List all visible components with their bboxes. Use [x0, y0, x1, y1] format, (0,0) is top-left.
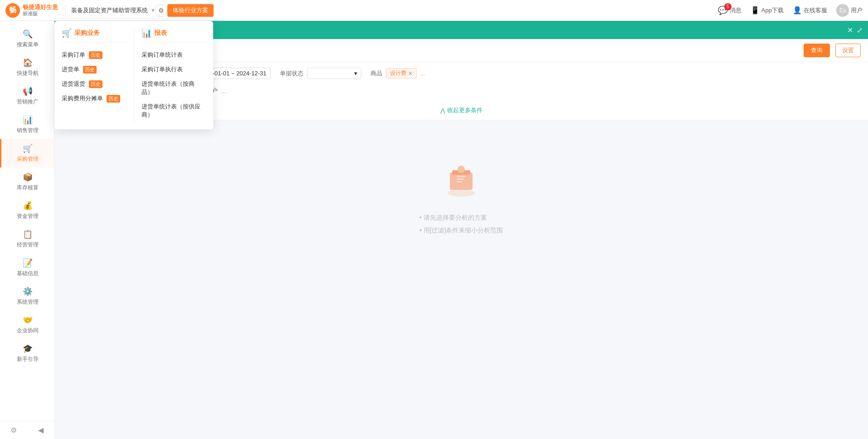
report-item[interactable]: 采购订单执行表	[141, 62, 206, 77]
report-col-title: 📊 报表	[141, 28, 206, 42]
purchase-item[interactable]: 进货单 历史	[62, 62, 127, 77]
online-service-item[interactable]: 👤 在线客服	[793, 6, 827, 15]
sidebar-item-purchase[interactable]: 🛒 采购管理	[0, 139, 54, 168]
message-item[interactable]: 💬 5 消息	[718, 5, 741, 15]
sidebar-item-operation[interactable]: 📋 经营管理	[0, 225, 54, 253]
user-item[interactable]: Ea 用户	[836, 4, 863, 17]
sidebar-item-enterprise[interactable]: 🤝 企业协同	[0, 311, 54, 339]
voucher-status-arrow: ▾	[354, 70, 357, 77]
collapse-label: 收起更多条件	[447, 106, 483, 114]
user-avatar: Ea	[836, 4, 849, 17]
goods-tag: 设计费 ✕	[386, 68, 417, 79]
svg-rect-5	[457, 178, 464, 180]
customer-more[interactable]: ...	[221, 88, 226, 94]
marketing-icon: 📢	[23, 86, 33, 96]
history-badge: 历史	[83, 66, 97, 74]
sidebar-item-sales[interactable]: 📊 销售管理	[0, 110, 54, 139]
sidebar: 🔍 搜索菜单 🏠 快捷导航 📢 营销推广 📊 销售管理 🛒 采购管理 📦 库存核…	[0, 21, 54, 439]
message-badge: 5	[724, 3, 731, 10]
purchase-icon: 🛒	[23, 143, 33, 153]
basic-label: 基础信息	[17, 270, 39, 277]
user-label: 用户	[851, 6, 863, 15]
voucher-status-label: 单据状态	[280, 69, 303, 78]
voucher-status-select[interactable]: ▾	[307, 68, 361, 79]
report-item[interactable]: 进货单统计表（按供应商）	[141, 99, 206, 122]
sidebar-bottom: ⚙ ◀	[0, 421, 54, 439]
quick_nav-icon: 🏠	[23, 58, 33, 68]
app-download-label: App下载	[761, 6, 784, 15]
marketing-label: 营销推广	[17, 98, 39, 106]
settings-icon[interactable]: ⚙	[10, 426, 17, 434]
report-col: 📊 报表 采购订单统计表采购订单执行表进货单统计表（按商品）进货单统计表（按供应…	[134, 28, 214, 122]
report-item[interactable]: 进货单统计表（按商品）	[141, 77, 206, 99]
history-badge: 历史	[107, 95, 120, 103]
report-col-label: 报表	[154, 29, 167, 37]
system-dropdown-arrow[interactable]: ▾	[151, 7, 155, 14]
goods-label: 商品	[371, 69, 382, 78]
logo-sub-text: 标准版	[23, 11, 58, 17]
quick_nav-label: 快捷导航	[17, 69, 39, 77]
window-expand-icon[interactable]: ⤢	[857, 26, 863, 35]
search-label: 搜索菜单	[17, 41, 39, 49]
sidebar-item-basic[interactable]: 📝 基础信息	[0, 253, 54, 282]
empty-icon	[439, 157, 484, 202]
enterprise-label: 企业协同	[17, 327, 39, 335]
inventory-icon: 📦	[23, 172, 33, 182]
report-item-label: 采购订单执行表	[141, 65, 183, 74]
operation-label: 经营管理	[17, 241, 39, 249]
filter-goods: 商品 设计费 ✕ ...	[371, 68, 425, 79]
gear-button[interactable]: ⚙	[155, 4, 167, 17]
report-col-icon: 📊	[141, 28, 151, 38]
query-btn[interactable]: 查询	[804, 44, 830, 57]
goods-tag-text: 设计费	[390, 69, 406, 77]
empty-tips: 请先选择要分析的方案 用[过滤]条件来缩小分析范围	[419, 211, 503, 237]
empty-tip-1: 请先选择要分析的方案	[419, 211, 503, 224]
purchase-item-label: 进货单	[62, 65, 79, 74]
purchase-item[interactable]: 进货退货 历史	[62, 77, 127, 91]
toolbar-right: 查询 设置	[804, 44, 861, 57]
svg-rect-4	[457, 176, 466, 177]
enterprise-icon: 🤝	[23, 315, 33, 325]
sidebar-item-quick_nav[interactable]: 🏠 快捷导航	[0, 53, 54, 82]
svg-rect-6	[457, 181, 462, 183]
report-item[interactable]: 采购订单统计表	[141, 48, 206, 62]
sidebar-item-search[interactable]: 🔍 搜索菜单	[0, 25, 54, 53]
window-close-icon[interactable]: ✕	[847, 26, 853, 35]
topbar-right: 💬 5 消息 📱 App下载 👤 在线客服 Ea 用户	[718, 4, 863, 17]
logo-main-text: 畅捷通好生意	[23, 4, 58, 11]
capital-label: 资金管理	[17, 212, 39, 220]
sales-label: 销售管理	[17, 127, 39, 134]
app-download-item[interactable]: 📱 App下载	[751, 6, 784, 15]
report-item-label: 进货单统计表（按商品）	[141, 80, 206, 96]
filter-voucher-status: 单据状态 ▾	[280, 68, 361, 79]
industry-btn[interactable]: 体验行业方案	[167, 4, 214, 17]
basic-icon: 📝	[23, 258, 33, 268]
purchase-item[interactable]: 采购费用分摊单 历史	[62, 91, 127, 106]
topbar: 畅 畅捷通好生意 标准版 装备及固定资产辅助管理系统 ▾ ⚙ 体验行业方案 💬 …	[0, 0, 868, 21]
goods-more[interactable]: ...	[420, 70, 425, 77]
guide-icon: 🎓	[23, 344, 33, 354]
sidebar-item-marketing[interactable]: 📢 营销推广	[0, 82, 54, 110]
purchase-item-label: 采购费用分摊单	[62, 94, 103, 103]
collapse-icon[interactable]: ◀	[38, 426, 44, 434]
purchase-item[interactable]: 采购订单 历史	[62, 48, 127, 62]
sidebar-item-inventory[interactable]: 📦 库存核算	[0, 168, 54, 196]
capital-icon: 💰	[23, 201, 33, 211]
sidebar-item-system[interactable]: ⚙️ 系统管理	[0, 282, 54, 311]
purchase-item-label: 进货退货	[62, 80, 85, 88]
online-service-label: 在线客服	[804, 6, 827, 15]
logo-area: 畅 畅捷通好生意 标准版	[5, 3, 60, 18]
sidebar-item-guide[interactable]: 🎓 新手引导	[0, 339, 54, 368]
settings-btn[interactable]: 设置	[835, 44, 861, 57]
sidebar-item-capital[interactable]: 💰 资金管理	[0, 196, 54, 225]
purchase-col-label: 采购业务	[74, 29, 100, 37]
empty-tip-2: 用[过滤]条件来缩小分析范围	[419, 224, 503, 237]
guide-label: 新手引导	[17, 355, 39, 363]
logo-icon: 畅	[5, 3, 20, 18]
collapse-btn[interactable]: ⋀ 收起更多条件	[440, 106, 483, 114]
tab-bar-actions: ✕ ⤢	[847, 26, 868, 35]
notification-bell: 💬 5	[718, 5, 728, 15]
goods-tag-close[interactable]: ✕	[408, 70, 413, 77]
purchase-col-title: 🛒 采购业务	[62, 28, 127, 42]
search-icon: 🔍	[23, 29, 33, 39]
